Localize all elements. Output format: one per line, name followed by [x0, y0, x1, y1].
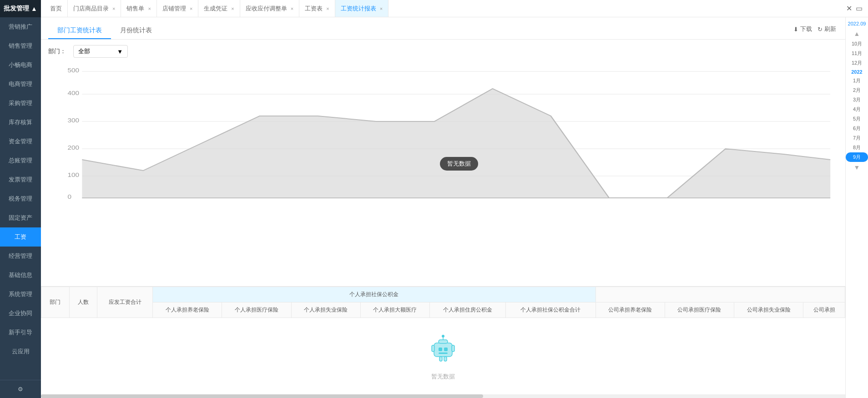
svg-rect-19 — [439, 357, 442, 361]
th-company-more: 公司承担 — [803, 302, 845, 318]
sidebar-item-basic-info[interactable]: 基础信息 — [0, 266, 41, 285]
close-window-icon[interactable]: ✕ — [846, 4, 852, 13]
sidebar-title: 批发管理 — [4, 5, 29, 13]
dept-select[interactable]: 全部 ▼ — [73, 45, 128, 58]
svg-rect-16 — [439, 353, 448, 354]
dept-label: 部门： — [48, 47, 66, 55]
restore-window-icon[interactable]: ▭ — [856, 4, 863, 13]
subtab-dept-stats[interactable]: 部门工资统计表 — [48, 23, 111, 39]
tabs-bar: 首页 门店商品目录 × 销售单 × 店铺管理 × 生成凭证 × 应收应付调整单 … — [41, 0, 868, 17]
th-dept: 部门 — [41, 287, 70, 318]
chart-area: 500 400 300 200 100 0 — [41, 63, 845, 286]
sidebar-item-sales[interactable]: 销售管理 — [0, 36, 41, 55]
timeline-month-7[interactable]: 7月 — [846, 133, 868, 143]
svg-text:300: 300 — [67, 118, 79, 124]
th-company-unemployment: 公司承担失业保险 — [734, 302, 803, 318]
tab-close-voucher[interactable]: × — [231, 6, 234, 11]
refresh-icon: ↻ — [818, 26, 823, 33]
timeline-month-12[interactable]: 12月 — [846, 58, 868, 68]
svg-text:400: 400 — [67, 91, 79, 96]
sidebar-item-inventory[interactable]: 库存核算 — [0, 113, 41, 132]
timeline-month-11[interactable]: 11月 — [846, 49, 868, 58]
download-button[interactable]: ⬇ 下载 — [793, 25, 812, 33]
table-area: 个人承担养老保险 部门 人数 应发工资合计 个人承担社保公积金 个人承担养老保险… — [41, 286, 845, 394]
timeline-month-10[interactable]: 10月 — [846, 39, 868, 49]
tab-close-payroll[interactable]: × — [326, 6, 329, 11]
th-personal-unemployment: 个人承担失业保险 — [291, 302, 360, 318]
timeline-month-2[interactable]: 2月 — [846, 86, 868, 95]
sidebar-item-ledger[interactable]: 总账管理 — [0, 151, 41, 170]
svg-point-23 — [442, 335, 444, 338]
sidebar-item-management[interactable]: 经营管理 — [0, 247, 41, 266]
sidebar-item-system[interactable]: 系统管理 — [0, 285, 41, 304]
tab-close-adjustment[interactable]: × — [291, 6, 293, 11]
timeline-month-8[interactable]: 8月 — [846, 143, 868, 152]
sidebar-item-guide[interactable]: 新手引导 — [0, 323, 41, 342]
timeline-up-arrow[interactable]: ▲ — [854, 28, 860, 39]
sidebar-item-salary[interactable]: 工资 — [0, 227, 41, 247]
svg-rect-14 — [439, 348, 442, 351]
sidebar-item-marketing[interactable]: 营销推广 — [0, 17, 41, 36]
tab-close-shop-mgmt[interactable]: × — [190, 6, 192, 11]
subtab-month-stats[interactable]: 月份统计表 — [111, 23, 161, 39]
th-personal-housing: 个人承担住房公积金 — [429, 302, 505, 318]
toolbar: 部门： 全部 ▼ — [41, 40, 845, 63]
timeline-current-label[interactable]: 2022.09 — [848, 21, 866, 26]
tab-payroll-report[interactable]: 工资统计报表 × — [335, 0, 389, 17]
timeline-month-9[interactable]: 9月 — [846, 152, 868, 162]
tab-adjustment[interactable]: 应收应付调整单 × — [240, 0, 299, 17]
tabs-bar-end: ✕ ▭ — [846, 4, 864, 13]
tab-store-catalog[interactable]: 门店商品目录 × — [68, 0, 121, 17]
timeline-month-6[interactable]: 6月 — [846, 124, 868, 133]
tab-shop-mgmt[interactable]: 店铺管理 × — [157, 0, 198, 17]
timeline-month-4[interactable]: 4月 — [846, 105, 868, 114]
chevron-down-icon: ▼ — [117, 48, 123, 55]
tab-home[interactable]: 首页 — [45, 0, 68, 17]
svg-text:100: 100 — [67, 172, 79, 178]
sidebar-item-finance[interactable]: 资金管理 — [0, 132, 41, 151]
gear-icon: ⚙ — [18, 386, 23, 393]
th-personal-insurance: 个人承担社保公积金 — [153, 287, 595, 302]
sidebar-item-ecommerce-small[interactable]: 小畅电商 — [0, 55, 41, 75]
th-count: 人数 — [69, 287, 97, 318]
refresh-button[interactable]: ↻ 刷新 — [818, 25, 836, 33]
sidebar-header[interactable]: 批发管理 ▲ — [0, 0, 41, 17]
settings-button[interactable]: ⚙ — [0, 380, 41, 398]
th-company-insurance — [595, 287, 845, 302]
scroll-thumb[interactable] — [41, 394, 483, 398]
chevron-up-icon: ▲ — [31, 5, 37, 12]
sidebar-item-assets[interactable]: 固定资产 — [0, 208, 41, 227]
th-company-pension: 公司承担养老保险 — [595, 302, 665, 318]
empty-text: 暂无数据 — [431, 373, 455, 381]
svg-rect-15 — [444, 348, 448, 351]
th-personal-total: 个人承担社保公积金合计 — [506, 302, 595, 318]
horizontal-scrollbar[interactable] — [41, 394, 845, 398]
sidebar-item-tax[interactable]: 税务管理 — [0, 189, 41, 208]
sidebar-item-purchase[interactable]: 采购管理 — [0, 94, 41, 113]
tab-close-payroll-report[interactable]: × — [380, 6, 383, 11]
page-panel: 部门工资统计表 月份统计表 ⬇ 下载 ↻ 刷新 — [41, 17, 845, 398]
empty-icon — [425, 332, 461, 368]
tab-payroll[interactable]: 工资表 × — [299, 0, 335, 17]
svg-marker-12 — [82, 89, 830, 198]
th-personal-pension: 个人承担养老保险 — [153, 302, 222, 318]
timeline-year-2022[interactable]: 2022 — [846, 68, 868, 76]
content-area: 部门工资统计表 月份统计表 ⬇ 下载 ↻ 刷新 — [41, 17, 868, 398]
tab-close-store-catalog[interactable]: × — [112, 6, 115, 11]
tab-sales[interactable]: 销售单 × — [121, 0, 156, 17]
svg-text:200: 200 — [67, 145, 79, 151]
timeline-month-5[interactable]: 5月 — [846, 114, 868, 124]
svg-rect-17 — [432, 345, 434, 352]
sidebar-item-invoice[interactable]: 发票管理 — [0, 170, 41, 189]
timeline-month-3[interactable]: 3月 — [846, 95, 868, 105]
sidebar-item-ecommerce[interactable]: 电商管理 — [0, 75, 41, 94]
empty-state: 暂无数据 — [41, 318, 845, 394]
sidebar: 批发管理 ▲ 营销推广 销售管理 小畅电商 电商管理 采购管理 库存核算 资金管… — [0, 0, 41, 398]
tab-close-sales[interactable]: × — [148, 6, 151, 11]
sidebar-item-cloud[interactable]: 云应用 — [0, 342, 41, 361]
tab-voucher[interactable]: 生成凭证 × — [198, 0, 240, 17]
timeline-down-arrow[interactable]: ▼ — [854, 162, 860, 173]
timeline-month-1[interactable]: 1月 — [846, 76, 868, 86]
timeline-panel: 2022.09 ▲ 10月 11月 12月 2022 1月 2月 3月 4月 5… — [845, 17, 868, 398]
sidebar-item-cooperation[interactable]: 企业协同 — [0, 304, 41, 323]
